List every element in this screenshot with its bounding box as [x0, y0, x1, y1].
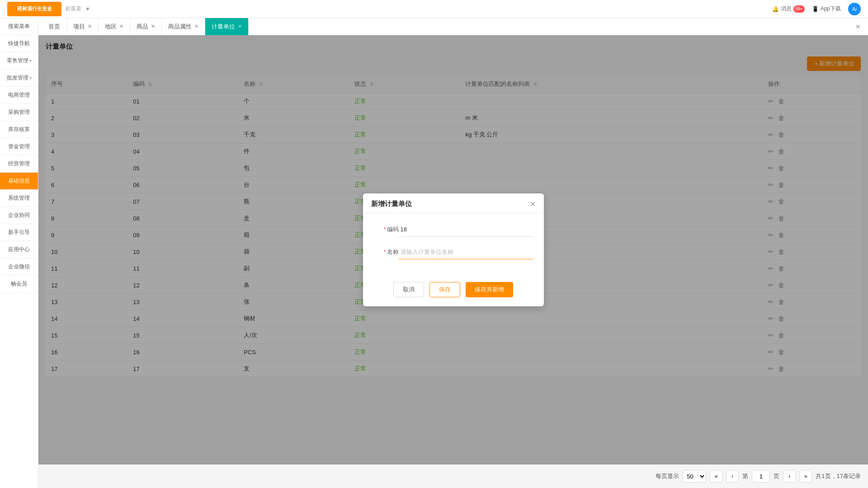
top-header: 橙树通行生意盒 岩藻菜 ▼ 🔔 消息 99+ 📱 App下载 Ai — [0, 0, 868, 18]
form-row-code: *编码 — [374, 222, 533, 237]
code-label: *编码 — [374, 225, 399, 234]
name-input[interactable] — [399, 245, 533, 259]
page-input[interactable] — [752, 470, 770, 483]
tab-project-label: 项目 — [73, 23, 85, 31]
modal-footer: 取消 保存 保存并新增 — [363, 277, 544, 306]
dropdown-icon[interactable]: ▼ — [85, 6, 90, 12]
main-area: 首页 项目 ✕ 地区 ✕ 商品 ✕ 商品属性 ✕ 计量单位 ✕ ✕ — [38, 18, 868, 488]
modal-overlay: 新增计量单位 ✕ *编码 *名称 — [38, 35, 868, 465]
avatar-text: Ai — [852, 6, 857, 12]
bell-icon: 🔔 — [772, 6, 779, 12]
tab-bar: 首页 项目 ✕ 地区 ✕ 商品 ✕ 商品属性 ✕ 计量单位 ✕ ✕ — [38, 18, 868, 35]
sidebar-item-basic-info[interactable]: 基础信息 — [0, 173, 38, 190]
tab-goods-attr[interactable]: 商品属性 ✕ — [162, 18, 205, 35]
pagination: 每页显示 10 20 50 100 « ‹ 第 页 › » 共1页，17条记录 — [38, 465, 868, 488]
page-label: 第 — [742, 472, 748, 480]
next-page-button[interactable]: › — [783, 470, 796, 483]
tab-home[interactable]: 首页 — [42, 18, 67, 35]
logo-sub: 岩藻菜 — [65, 5, 81, 13]
prev-page-button[interactable]: ‹ — [726, 470, 739, 483]
name-label: *名称 — [374, 248, 399, 256]
modal-close-button[interactable]: ✕ — [530, 201, 536, 208]
page-suffix: 页 — [774, 472, 779, 480]
tab-unit[interactable]: 计量单位 ✕ — [205, 18, 249, 35]
page-size-label: 每页显示 — [656, 472, 679, 480]
required-mark-name: * — [383, 249, 386, 255]
save-new-button[interactable]: 保存并新增 — [466, 282, 513, 297]
tab-unit-close[interactable]: ✕ — [238, 23, 242, 29]
sidebar-item-retail[interactable]: 零售管理▾ — [0, 52, 38, 70]
sidebar-item-system[interactable]: 系统管理 — [0, 190, 38, 207]
sidebar: 搜索菜单 快捷导航 零售管理▾ 批发管理▾ 电商管理 采购管理 库存核算 资金管… — [0, 18, 38, 488]
modal-body: *编码 *名称 — [363, 213, 544, 277]
logo-area: 橙树通行生意盒 岩藻菜 ▼ — [7, 2, 90, 16]
cancel-button[interactable]: 取消 — [393, 282, 424, 297]
phone-icon: 📱 — [812, 6, 819, 12]
sidebar-item-membership[interactable]: 畅会员 — [0, 276, 38, 293]
header-right: 🔔 消息 99+ 📱 App下载 Ai — [772, 3, 861, 15]
modal-header: 新增计量单位 ✕ — [363, 193, 544, 213]
tab-home-label: 首页 — [48, 23, 60, 31]
sidebar-item-search-menu[interactable]: 搜索菜单 — [0, 18, 38, 35]
tab-goods-attr-label: 商品属性 — [168, 23, 192, 31]
main-content: 计量单位 ＋新增计量单位 序号 编码 ⇅ 名称 ⇅ 状态 ⇅ 计量单位匹配的名称… — [38, 35, 868, 465]
tab-project-close[interactable]: ✕ — [88, 23, 92, 29]
sidebar-item-operations[interactable]: 经营管理 — [0, 155, 38, 173]
sidebar-item-wholesale[interactable]: 批发管理▾ — [0, 70, 38, 87]
avatar[interactable]: Ai — [848, 3, 861, 15]
code-input[interactable] — [399, 222, 533, 237]
sidebar-item-app-center[interactable]: 应用中心 — [0, 241, 38, 258]
app-download-btn[interactable]: 📱 App下载 — [812, 5, 841, 13]
sidebar-item-newbie[interactable]: 新手引导 — [0, 224, 38, 241]
tab-region[interactable]: 地区 ✕ — [99, 18, 130, 35]
app-layout: 搜索菜单 快捷导航 零售管理▾ 批发管理▾ 电商管理 采购管理 库存核算 资金管… — [0, 18, 868, 488]
last-page-button[interactable]: » — [799, 470, 812, 483]
notification-count: 99+ — [793, 5, 805, 13]
tab-goods-attr-close[interactable]: ✕ — [194, 23, 198, 29]
sidebar-item-partnership[interactable]: 企业协同 — [0, 207, 38, 224]
add-unit-modal: 新增计量单位 ✕ *编码 *名称 — [363, 193, 544, 306]
required-mark: * — [383, 226, 386, 233]
logo: 橙树通行生意盒 — [7, 2, 61, 16]
first-page-button[interactable]: « — [710, 470, 722, 483]
sidebar-item-inventory[interactable]: 库存核算 — [0, 121, 38, 138]
sidebar-item-finance[interactable]: 资金管理 — [0, 138, 38, 155]
total-text: 共1页，17条记录 — [816, 472, 861, 480]
app-download-label: App下载 — [821, 5, 841, 13]
tab-region-close[interactable]: ✕ — [119, 23, 123, 29]
tab-region-label: 地区 — [105, 23, 117, 31]
logo-text: 橙树通行生意盒 — [17, 5, 52, 12]
modal-title: 新增计量单位 — [371, 200, 412, 208]
save-button[interactable]: 保存 — [429, 282, 460, 297]
tab-goods-label: 商品 — [137, 23, 148, 31]
close-all-tabs[interactable]: ✕ — [852, 23, 864, 30]
tab-project[interactable]: 项目 ✕ — [67, 18, 99, 35]
sidebar-item-quick-nav[interactable]: 快捷导航 — [0, 35, 38, 52]
notification-btn[interactable]: 🔔 消息 99+ — [772, 5, 805, 13]
tab-goods-close[interactable]: ✕ — [151, 23, 155, 29]
tab-unit-label: 计量单位 — [212, 23, 235, 31]
tab-goods[interactable]: 商品 ✕ — [130, 18, 162, 35]
sidebar-item-ecommerce[interactable]: 电商管理 — [0, 87, 38, 104]
notification-label: 消息 — [781, 5, 792, 13]
sidebar-item-enterprise[interactable]: 企业微信 — [0, 258, 38, 276]
sidebar-item-purchase[interactable]: 采购管理 — [0, 104, 38, 121]
page-size-select[interactable]: 10 20 50 100 — [683, 470, 706, 483]
form-row-name: *名称 — [374, 245, 533, 259]
